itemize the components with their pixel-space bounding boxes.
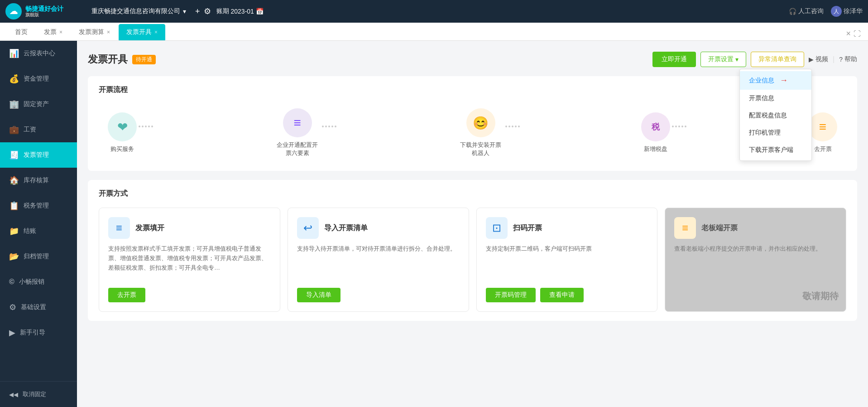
- tab-invoice[interactable]: 发票 ×: [36, 24, 70, 40]
- invoice-methods-section: 开票方式 ≡ 发票填开 支持按照发票样式手工填开发票；可开具增值税电子普通发票、…: [88, 180, 857, 321]
- step-company-config-icon: ≡: [283, 108, 312, 137]
- tab-invoice-calc-close[interactable]: ×: [107, 29, 110, 35]
- boss-invoice-desc: 查看老板端小程序提交的开票申请，并作出相应的处理。: [674, 244, 837, 281]
- activate-btn[interactable]: 立即开通: [652, 52, 696, 67]
- tab-close-all-icon[interactable]: ×: [846, 29, 851, 39]
- dropdown-item-printer-mgmt[interactable]: 打印机管理: [740, 124, 811, 141]
- step-connector-2: [320, 126, 458, 127]
- tab-home[interactable]: 首页: [7, 24, 35, 40]
- fixed-assets-icon: 🏢: [9, 99, 19, 109]
- download-client-label: 下载开票客户端: [749, 146, 793, 154]
- scan-invoice-header: ⊡ 扫码开票: [486, 217, 648, 239]
- step-download-robot-label: 下载并安装开票机器人: [458, 141, 504, 157]
- fill-invoice-btn[interactable]: 去开票: [108, 288, 145, 302]
- dropdown-item-download-client[interactable]: 下载开票客户端: [740, 141, 811, 159]
- headset-icon: 🎧: [789, 8, 796, 15]
- settings-icon[interactable]: ⚙: [204, 6, 211, 16]
- scan-invoice-view-apply-btn[interactable]: 查看申请: [540, 288, 584, 302]
- xiaochangreport-icon: ©: [9, 278, 14, 286]
- logo-area: ☁ 畅捷通好会计 旗舰版: [5, 3, 82, 19]
- method-card-scan-invoice: ⊡ 扫码开票 支持定制开票二维码，客户端可扫码开票 开票码管理 查看申请: [476, 208, 658, 312]
- sidebar-item-invoice-mgmt[interactable]: 🧾 发票管理: [0, 142, 77, 168]
- sidebar-item-new-guide[interactable]: ▶ 新手引导: [0, 320, 77, 345]
- import-invoice-btn[interactable]: 导入清单: [297, 288, 340, 302]
- video-btn[interactable]: ▶ 视频: [809, 55, 828, 63]
- step-company-config: ≡ 企业开通配置开票六要素: [275, 108, 320, 157]
- tab-invoice-label: 发票: [44, 28, 57, 36]
- step-buy-service: ❤ 购买服务: [108, 112, 137, 153]
- sidebar-xiaochangreport-label: 小畅报销: [19, 278, 44, 286]
- tab-invoice-open-label: 发票开具: [126, 28, 152, 36]
- dropdown-icon: ▾: [183, 8, 186, 15]
- tab-invoice-close[interactable]: ×: [59, 29, 62, 35]
- process-section-title: 开票流程: [99, 85, 846, 95]
- sidebar-item-archive-mgmt[interactable]: 📂 归档管理: [0, 244, 77, 269]
- sidebar-item-payroll[interactable]: 💼 工资: [0, 117, 77, 142]
- step-company-config-label: 企业开通配置开票六要素: [275, 141, 320, 157]
- step-open-invoice: ≡ 去开票: [808, 112, 837, 153]
- sidebar-item-basic-settings[interactable]: ⚙ 基础设置: [0, 295, 77, 320]
- sidebar-bottom: ◀◀ 取消固定: [0, 381, 77, 407]
- company-name: 重庆畅捷交通信息咨询有限公司: [91, 7, 180, 15]
- user-profile-btn[interactable]: 人 徐泽华: [831, 6, 863, 17]
- sidebar-invoice-mgmt-label: 发票管理: [24, 151, 49, 159]
- new-guide-icon: ▶: [9, 328, 15, 338]
- step-open-invoice-label: 去开票: [814, 145, 832, 153]
- boss-invoice-header: ≡ 老板端开票: [674, 217, 837, 239]
- tab-invoice-calc[interactable]: 发票测算 ×: [71, 24, 118, 40]
- fill-invoice-icon: ≡: [108, 217, 130, 239]
- step-connector-3: [504, 126, 642, 127]
- abnormal-list-btn[interactable]: 异常清单查询: [751, 52, 804, 67]
- step-add-tax-disk-label: 新增税盘: [644, 145, 667, 153]
- video-label: 视频: [815, 55, 828, 63]
- sidebar-item-xiaochangreport[interactable]: © 小畅报销: [0, 269, 77, 295]
- scan-invoice-code-mgmt-btn[interactable]: 开票码管理: [486, 288, 536, 302]
- sidebar-archive-mgmt-label: 归档管理: [24, 252, 49, 261]
- printer-mgmt-label: 打印机管理: [749, 129, 781, 137]
- sidebar-item-fixed-assets[interactable]: 🏢 固定资产: [0, 92, 77, 117]
- step-add-tax-disk-icon: 税: [641, 112, 670, 141]
- sidebar-item-settle[interactable]: 📁 结账: [0, 218, 77, 244]
- step-download-robot-icon: 😊: [466, 108, 495, 137]
- divider: |: [833, 55, 834, 63]
- dropdown-item-invoice-info[interactable]: 开票信息: [740, 90, 811, 107]
- sidebar-item-inventory[interactable]: 🏠 库存核算: [0, 168, 77, 193]
- page-title: 发票开具: [88, 53, 128, 66]
- boss-invoice-icon: ≡: [674, 217, 696, 239]
- invoice-methods-title: 开票方式: [99, 189, 846, 199]
- sidebar-cloud-report-label: 云报表中心: [24, 49, 55, 58]
- app-edition: 旗舰版: [25, 12, 63, 17]
- app-name: 畅捷通好会计: [25, 5, 63, 12]
- help-icon: ?: [839, 56, 843, 63]
- fill-invoice-desc: 支持按照发票样式手工填开发票；可开具增值税电子普通发票、增值税普通发票、增值税专…: [108, 244, 271, 281]
- sidebar-item-tax-mgmt[interactable]: 📋 税务管理: [0, 193, 77, 218]
- tab-invoice-open[interactable]: 发票开具 ×: [119, 24, 165, 40]
- tab-fullscreen-icon[interactable]: ⛶: [854, 30, 861, 38]
- tab-invoice-open-close[interactable]: ×: [154, 29, 158, 35]
- avatar: 人: [831, 6, 842, 17]
- dropdown-item-tax-disk-config[interactable]: 配置税盘信息: [740, 107, 811, 124]
- page-title-wrap: 发票开具 待开通: [88, 53, 156, 66]
- tax-mgmt-icon: 📋: [9, 201, 19, 211]
- add-icon[interactable]: +: [195, 7, 200, 16]
- fill-invoice-header: ≡ 发票填开: [108, 217, 271, 239]
- sidebar-cancel-fixed-btn[interactable]: ◀◀ 取消固定: [0, 385, 77, 403]
- sidebar-item-fund-mgmt[interactable]: 💰 资金管理: [0, 66, 77, 92]
- help-btn[interactable]: ? 帮助: [839, 55, 857, 63]
- company-info-label: 企业信息: [749, 77, 774, 85]
- invoice-info-label: 开票信息: [749, 94, 774, 102]
- customer-service-btn[interactable]: 🎧 人工咨询: [789, 7, 824, 15]
- settle-icon: 📁: [9, 226, 19, 236]
- top-bar: ☁ 畅捷通好会计 旗舰版 重庆畅捷交通信息咨询有限公司 ▾ + ⚙ 账期 202…: [0, 0, 868, 23]
- sidebar-inventory-label: 库存核算: [24, 176, 49, 184]
- company-selector[interactable]: 重庆畅捷交通信息咨询有限公司 ▾: [88, 5, 190, 17]
- settings-dropdown-menu: 企业信息 → 开票信息 配置税盘信息 打印机管理 下载开票客户端: [739, 69, 812, 161]
- dropdown-item-company-info[interactable]: 企业信息 →: [740, 71, 811, 90]
- sidebar-item-cloud-report[interactable]: 📊 云报表中心: [0, 41, 77, 66]
- calendar-icon[interactable]: 📅: [256, 8, 264, 15]
- cloud-report-icon: 📊: [9, 48, 19, 58]
- scan-invoice-desc: 支持定制开票二维码，客户端可扫码开票: [486, 244, 648, 281]
- tab-bar: 首页 发票 × 发票测算 × 发票开具 × × ⛶: [0, 23, 868, 41]
- settings-btn[interactable]: 开票设置 ▾: [700, 52, 746, 67]
- scan-invoice-btns: 开票码管理 查看申请: [486, 288, 648, 302]
